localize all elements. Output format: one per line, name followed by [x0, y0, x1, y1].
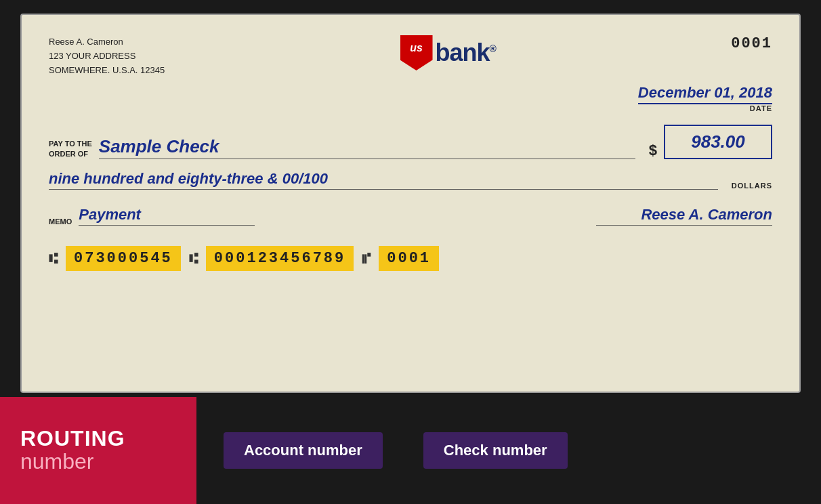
date-label: DATE	[750, 104, 772, 112]
bottom-section: ROUTING number Account number Check numb…	[0, 397, 821, 504]
check-number-block: Check number	[410, 397, 581, 504]
written-amount-line: nine hundred and eighty-three & 00/100	[49, 170, 718, 190]
check-number-micr-highlight: 0001	[379, 246, 439, 271]
signature-value: Reese A. Cameron	[641, 206, 772, 223]
payee-name: Sample Check	[99, 136, 219, 156]
check-top-row: Reese A. Cameron 123 YOUR ADDRESS SOMEWH…	[49, 35, 772, 77]
check-name: Reese A. Cameron	[49, 35, 165, 49]
bank-name-text: bank®	[436, 39, 496, 67]
payee-line: Sample Check	[99, 136, 635, 159]
micr-dash-symbol: ⑈	[362, 250, 371, 268]
check-address2: SOMEWHERE. U.S.A. 12345	[49, 64, 165, 78]
routing-subtitle: number	[20, 449, 176, 474]
check-number-display: 0001	[731, 35, 772, 52]
routing-block: ROUTING number	[0, 397, 196, 504]
shield-icon	[400, 35, 433, 70]
micr-row: ⑆ 073000545 ⑆ 000123456789 ⑈ 0001	[49, 246, 772, 271]
memo-section: MEMO Payment	[49, 206, 596, 226]
date-value: December 01, 2018	[638, 84, 772, 104]
written-amount-text: nine hundred and eighty-three & 00/100	[49, 170, 328, 187]
micr-open-symbol: ⑆	[49, 250, 58, 268]
micr-close-symbol: ⑆	[189, 250, 198, 268]
account-number-block: Account number	[196, 397, 410, 504]
bank-logo: bank®	[400, 35, 496, 70]
name-address-block: Reese A. Cameron 123 YOUR ADDRESS SOMEWH…	[49, 35, 165, 77]
date-row: December 01, 2018 DATE	[49, 84, 772, 112]
routing-title: ROUTING	[20, 427, 176, 449]
check-address1: 123 YOUR ADDRESS	[49, 49, 165, 64]
account-number-label: Account number	[224, 432, 383, 469]
memo-label: MEMO	[49, 217, 72, 226]
amount-box: 983.00	[664, 125, 772, 159]
pay-to-row: PAY TO THE ORDER OF Sample Check $ 983.0…	[49, 125, 772, 159]
signature-line: Reese A. Cameron	[596, 206, 772, 226]
dollars-label: DOLLARS	[732, 182, 772, 190]
dollar-sign: $	[649, 142, 657, 159]
date-block: December 01, 2018 DATE	[638, 84, 772, 112]
registered-mark: ®	[490, 43, 496, 54]
check-number-label: Check number	[423, 432, 568, 469]
usbank-logo: bank®	[400, 35, 496, 70]
memo-line: Payment	[79, 206, 255, 226]
account-number-highlight: 000123456789	[206, 246, 354, 271]
memo-value: Payment	[79, 206, 141, 223]
written-amount-row: nine hundred and eighty-three & 00/100 D…	[49, 170, 772, 190]
check: Reese A. Cameron 123 YOUR ADDRESS SOMEWH…	[20, 14, 801, 393]
amount-value: 983.00	[691, 131, 745, 152]
memo-row: MEMO Payment Reese A. Cameron	[49, 206, 772, 226]
routing-number-highlight: 073000545	[66, 246, 181, 271]
pay-to-label: PAY TO THE ORDER OF	[49, 139, 92, 160]
